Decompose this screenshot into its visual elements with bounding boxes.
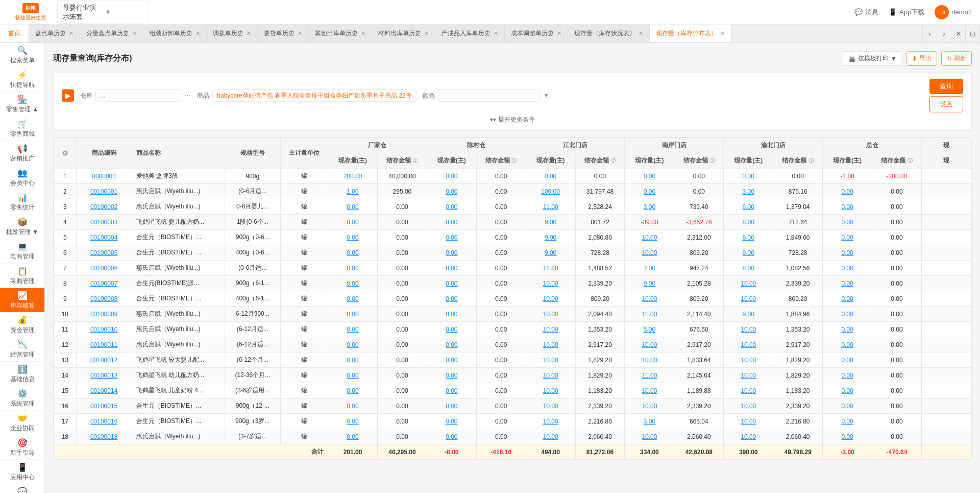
close-icon[interactable]: ✕ bbox=[494, 30, 498, 37]
cell-f-stock[interactable]: 0.00 bbox=[328, 199, 378, 215]
cell-jb-stock[interactable]: 9.00 bbox=[526, 245, 575, 261]
cell-f-stock[interactable]: 0.00 bbox=[328, 383, 378, 398]
cell-jb-stock[interactable]: 10.00 bbox=[526, 353, 575, 368]
cell-na-stock[interactable]: 3.00 bbox=[625, 414, 674, 429]
gear-icon[interactable]: ⚙ bbox=[62, 149, 68, 157]
info-icon[interactable]: ⓘ bbox=[511, 158, 517, 163]
cell-yb-stock[interactable]: 10.00 bbox=[724, 322, 773, 337]
cell-yb-stock[interactable]: 3.00 bbox=[724, 184, 773, 199]
cell-na-stock[interactable]: 3.00 bbox=[625, 199, 674, 215]
cell-code[interactable]: 00100002 bbox=[76, 199, 132, 215]
tab-pandian[interactable]: 盘点单历史 ✕ bbox=[29, 25, 80, 43]
cell-c-stock[interactable]: 0.00 bbox=[427, 291, 476, 307]
cell-yb-stock[interactable]: 10.00 bbox=[724, 398, 773, 414]
cell-c-stock[interactable]: 0.00 bbox=[427, 261, 476, 276]
cell-code[interactable]: 00100012 bbox=[76, 353, 132, 368]
cell-yb-stock[interactable]: 0.00 bbox=[724, 169, 773, 184]
cell-total-stock[interactable]: 0.00 bbox=[823, 368, 872, 383]
cell-c-stock[interactable]: 0.00 bbox=[427, 337, 476, 353]
cell-code[interactable]: 00100018 bbox=[76, 429, 132, 444]
print-button[interactable]: 🖨️ 按模板打印 ▼ bbox=[843, 51, 902, 66]
cell-jb-stock[interactable]: 10.00 bbox=[526, 307, 575, 322]
cell-yb-stock[interactable]: 8.00 bbox=[724, 230, 773, 245]
cell-c-stock[interactable]: 0.00 bbox=[427, 429, 476, 444]
cell-f-stock[interactable]: 0.00 bbox=[328, 337, 378, 353]
tab-diaopai[interactable]: 调拨单历史 ✕ bbox=[207, 25, 258, 43]
refresh-button[interactable]: ↻ 刷新 bbox=[941, 51, 972, 66]
store-selector[interactable]: 母婴行业演示陈套 ▼ bbox=[57, 1, 149, 24]
sidebar-item-nav[interactable]: ⚡ 快捷导航 bbox=[0, 67, 44, 92]
tab-chengbentiaoz[interactable]: 成本调整单历史 ✕ bbox=[505, 25, 568, 43]
cell-yb-stock[interactable]: 8.00 bbox=[724, 261, 773, 276]
sidebar-item-wholesale[interactable]: 📦 批发管理 ▼ bbox=[0, 215, 44, 239]
cell-f-stock[interactable]: 0.00 bbox=[328, 245, 378, 261]
col-header-gear[interactable]: ⚙ bbox=[54, 138, 77, 169]
cell-jb-stock[interactable]: 10.00 bbox=[526, 276, 575, 291]
nav-expand-button[interactable]: ⊡ bbox=[966, 25, 980, 43]
cell-jb-stock[interactable]: 10.00 bbox=[526, 291, 575, 307]
cell-jb-stock[interactable]: 10.00 bbox=[526, 429, 575, 444]
cell-jb-stock[interactable]: 10.00 bbox=[526, 322, 575, 337]
cell-jb-stock[interactable]: 10.00 bbox=[526, 368, 575, 383]
info-icon[interactable]: ⓘ bbox=[610, 158, 616, 163]
cell-total-stock[interactable]: 0.00 bbox=[823, 291, 872, 307]
cell-code[interactable]: 00100016 bbox=[76, 414, 132, 429]
cell-jb-stock[interactable]: 109.00 bbox=[526, 184, 575, 199]
cell-total-stock[interactable]: 0.00 bbox=[823, 230, 872, 245]
cell-jb-stock[interactable]: 10.00 bbox=[526, 398, 575, 414]
cell-yb-stock[interactable]: 10.00 bbox=[724, 291, 773, 307]
cell-c-stock[interactable]: 0.00 bbox=[427, 414, 476, 429]
cell-total-stock[interactable]: 0.00 bbox=[823, 353, 872, 368]
cell-f-stock[interactable]: 1.00 bbox=[328, 184, 378, 199]
cell-c-stock[interactable]: 0.00 bbox=[427, 199, 476, 215]
cell-yb-stock[interactable]: 9.00 bbox=[724, 245, 773, 261]
cell-code[interactable]: 00100009 bbox=[76, 307, 132, 322]
expand-collapse-button[interactable]: ▶ bbox=[62, 89, 74, 102]
cell-c-stock[interactable]: 0.00 bbox=[427, 184, 476, 199]
cell-c-stock[interactable]: 0.00 bbox=[427, 276, 476, 291]
sidebar-item-app-center[interactable]: 📱 应用中心 bbox=[0, 460, 44, 484]
cell-code[interactable]: 00100011 bbox=[76, 337, 132, 353]
cell-total-stock[interactable]: 0.00 bbox=[823, 184, 872, 199]
info-icon[interactable]: ⓘ bbox=[808, 158, 814, 163]
cell-jb-stock[interactable]: 10.00 bbox=[526, 414, 575, 429]
cell-na-stock[interactable]: 10.00 bbox=[625, 353, 674, 368]
tab-yaohuo[interactable]: 要货单历史 ✕ bbox=[258, 25, 309, 43]
cell-na-stock[interactable]: 11.00 bbox=[625, 307, 674, 322]
sidebar-item-enterprise[interactable]: 🤝 企业协同 bbox=[0, 411, 44, 435]
cell-jb-stock[interactable]: 10.00 bbox=[526, 383, 575, 398]
cell-na-stock[interactable]: 9.00 bbox=[625, 276, 674, 291]
warehouse-more-icon[interactable]: ··· bbox=[184, 91, 191, 100]
cell-na-stock[interactable]: 10.00 bbox=[625, 398, 674, 414]
tab-xiancunliang-status[interactable]: 现存量（库存状况表）✕ bbox=[568, 25, 650, 43]
cell-yb-stock[interactable]: 6.00 bbox=[724, 199, 773, 215]
cell-yb-stock[interactable]: 8.00 bbox=[724, 215, 773, 230]
cell-na-stock[interactable]: 0.00 bbox=[625, 184, 674, 199]
close-icon[interactable]: ✕ bbox=[639, 30, 643, 37]
cell-na-stock[interactable]: 10.00 bbox=[625, 291, 674, 307]
sidebar-item-retail-stat[interactable]: 📊 零售统计 bbox=[0, 190, 44, 215]
cell-yb-stock[interactable]: 10.00 bbox=[724, 353, 773, 368]
cell-na-stock[interactable]: 10.00 bbox=[625, 429, 674, 444]
cell-na-stock[interactable]: 10.00 bbox=[625, 383, 674, 398]
cell-f-stock[interactable]: 0.00 bbox=[328, 398, 378, 414]
cell-jb-stock[interactable]: 10.00 bbox=[526, 337, 575, 353]
cell-f-stock[interactable]: 0.00 bbox=[328, 276, 378, 291]
cell-total-stock[interactable]: 0.00 bbox=[823, 322, 872, 337]
cell-total-stock[interactable]: 0.00 bbox=[823, 414, 872, 429]
cell-f-stock[interactable]: 0.00 bbox=[328, 322, 378, 337]
close-icon[interactable]: ✕ bbox=[424, 30, 429, 37]
cell-total-stock[interactable]: 0.00 bbox=[823, 398, 872, 414]
nav-next-button[interactable]: › bbox=[937, 25, 951, 43]
cell-yb-stock[interactable]: 10.00 bbox=[724, 414, 773, 429]
message-button[interactable]: 💬 消息 bbox=[854, 8, 878, 17]
close-icon[interactable]: ✕ bbox=[361, 30, 365, 37]
cell-jb-stock[interactable]: 9.00 bbox=[526, 215, 575, 230]
tab-zuzhe[interactable]: 组装折卸单历史 ✕ bbox=[143, 25, 207, 43]
cell-f-stock[interactable]: 0.00 bbox=[328, 353, 378, 368]
cell-total-stock[interactable]: 0.00 bbox=[823, 307, 872, 322]
nav-close-button[interactable]: ✕ bbox=[951, 25, 966, 43]
cell-code[interactable]: 00100001 bbox=[76, 184, 132, 199]
cell-total-stock[interactable]: 0.00 bbox=[823, 215, 872, 230]
cell-code[interactable]: 00100014 bbox=[76, 383, 132, 398]
